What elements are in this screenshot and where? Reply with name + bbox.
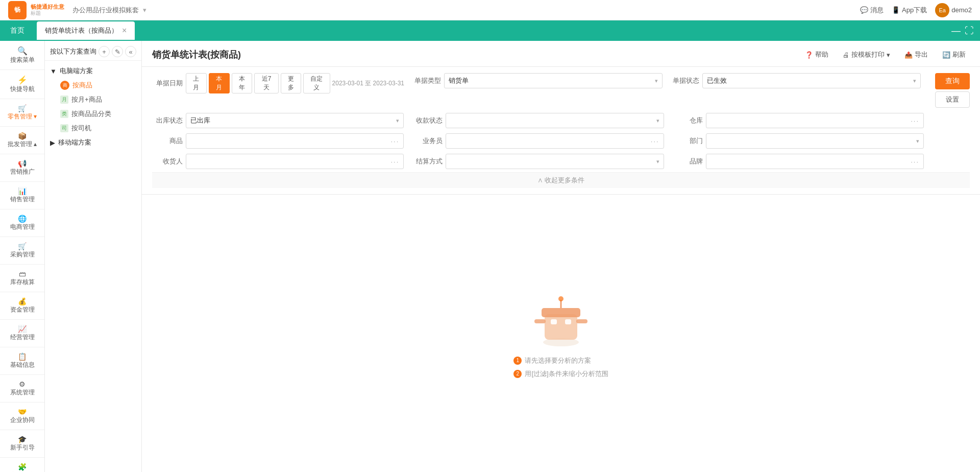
date-btn-this-month[interactable]: 本月 (209, 73, 230, 93)
action-buttons: 查询 设置 (935, 73, 970, 108)
app-icon: 📱 (892, 6, 900, 14)
tree-item-icon-month: 月 (60, 96, 68, 104)
message-btn[interactable]: 💬 消息 (860, 6, 884, 15)
sidebar-item-finance[interactable]: 💰 资金管理 (0, 292, 44, 320)
tree-group-pc-header[interactable]: ▼ 电脑端方案 (45, 64, 141, 78)
date-btn-more[interactable]: 更多 (281, 73, 302, 93)
svg-rect-3 (551, 319, 557, 324)
print-btn[interactable]: 🖨 按模板打印 ▾ (839, 48, 894, 61)
app-download-btn[interactable]: 📱 App下载 (892, 6, 927, 15)
setting-btn[interactable]: 设置 (935, 91, 970, 108)
sidebar: 🔍 搜索菜单 ⚡ 快捷导航 🛒 零售管理 ▾ 📦 批发管理 ▴ 📢 营销推广 📊… (0, 41, 45, 472)
tab-minimize-btn[interactable]: — (951, 26, 961, 36)
date-btn-last-month[interactable]: 上月 (186, 73, 207, 93)
app-logo: 畅 (8, 1, 27, 19)
tree-item-icon-driver: 司 (60, 124, 68, 132)
refresh-btn[interactable]: 🔄 刷新 (938, 48, 970, 61)
staff-input[interactable]: ··· (446, 133, 664, 149)
sidebar-item-basic[interactable]: 📋 基础信息 (0, 347, 44, 375)
sidebar-item-retail[interactable]: 🛒 零售管理 ▾ (0, 99, 44, 127)
filter-area: 单据日期 上月 本月 本年 近7天 更多 自定义 2023-03-01 至 20… (142, 67, 980, 195)
query-btn[interactable]: 查询 (935, 73, 970, 89)
out-status-label: 出库状态 (152, 116, 183, 125)
tab-active[interactable]: 销货单统计表（按商品） × (37, 21, 135, 40)
brand-input[interactable]: ··· (706, 154, 924, 169)
dropdown-icon[interactable]: ▾ (143, 6, 146, 14)
sidebar-item-marketing[interactable]: 📢 营销推广 (0, 154, 44, 182)
sidebar-item-search[interactable]: 🔍 搜索菜单 (0, 41, 44, 70)
sidebar-item-shortcuts[interactable]: ⚡ 快捷导航 (0, 70, 44, 99)
scheme-tree: ▼ 电脑端方案 商 按商品 月 按月+商品 类 按商品品分类 司 按司机 (45, 61, 141, 153)
tab-maximize-btn[interactable]: ⛶ (965, 26, 974, 36)
doc-type-arrow (655, 78, 658, 84)
sidebar-item-corp[interactable]: 🤝 企业协同 (0, 403, 44, 430)
settle-label: 结算方式 (412, 157, 443, 166)
warehouse-input[interactable]: ··· (706, 113, 924, 128)
tree-item-by-driver[interactable]: 司 按司机 (45, 121, 141, 135)
svg-rect-1 (545, 314, 577, 340)
main-layout: 🔍 搜索菜单 ⚡ 快捷导航 🛒 零售管理 ▾ 📦 批发管理 ▴ 📢 营销推广 📊… (0, 41, 980, 472)
collapse-more-btn[interactable]: ∧ 收起更多条件 (152, 172, 970, 188)
sidebar-item-ecom[interactable]: 🌐 电商管理 (0, 209, 44, 237)
sidebar-item-system[interactable]: ⚙ 系统管理 (0, 375, 44, 403)
settle-arrow (656, 158, 659, 165)
collect-status-select[interactable] (446, 113, 664, 128)
receiver-label: 收货人 (152, 157, 183, 166)
page-header: 销货单统计表(按商品) ❓ 帮助 🖨 按模板打印 ▾ 📤 导出 🔄 刷新 (142, 41, 980, 67)
scheme-add-btn[interactable]: + (99, 46, 110, 57)
empty-illustration (530, 289, 592, 350)
tree-item-by-category[interactable]: 类 按商品品分类 (45, 107, 141, 121)
help-btn[interactable]: ❓ 帮助 (801, 48, 832, 61)
warehouse-label: 仓库 (672, 116, 703, 125)
user-menu-btn[interactable]: Ea demo2 (935, 3, 972, 17)
tree-group-pc: ▼ 电脑端方案 商 按商品 月 按月+商品 类 按商品品分类 司 按司机 (45, 64, 141, 135)
refresh-icon: 🔄 (942, 51, 950, 59)
scheme-collapse-btn[interactable]: « (125, 46, 136, 57)
doc-type-select[interactable]: 销货单 (444, 73, 663, 88)
svg-rect-6 (576, 319, 587, 323)
sidebar-item-apps[interactable]: 🧩 应用中心 (0, 458, 44, 472)
sidebar-item-newbie[interactable]: 🎓 新手引导 (0, 430, 44, 458)
doc-type-label: 单据类型 (410, 76, 441, 85)
receiver-input[interactable]: ··· (186, 154, 404, 169)
dept-select[interactable] (706, 133, 924, 149)
workspace-title: 办公用品行业模拟账套 (72, 6, 139, 15)
empty-hint-2: 2 用[过滤]条件来缩小分析范围 (513, 369, 608, 379)
dept-label: 部门 (672, 136, 703, 146)
tab-close-btn[interactable]: × (122, 26, 127, 35)
sidebar-item-ops[interactable]: 📈 经营管理 (0, 320, 44, 347)
brand-label: 品牌 (672, 157, 703, 166)
date-range-text: 2023-03-01 至 2023-03-31 (332, 79, 404, 88)
date-btn-this-year[interactable]: 本年 (232, 73, 253, 93)
content-area: 销货单统计表(按商品) ❓ 帮助 🖨 按模板打印 ▾ 📤 导出 🔄 刷新 (142, 41, 980, 472)
date-btn-custom[interactable]: 自定义 (303, 73, 330, 93)
tree-item-by-month-goods[interactable]: 月 按月+商品 (45, 92, 141, 107)
goods-input[interactable]: ··· (186, 133, 404, 149)
export-btn[interactable]: 📤 导出 (900, 48, 932, 61)
sidebar-item-inventory[interactable]: 🗃 库存核算 (0, 265, 44, 292)
doc-status-select[interactable]: 已生效 (702, 73, 921, 88)
doc-status-arrow (913, 78, 916, 84)
scheme-panel-title: 按以下方案查询 (50, 47, 96, 56)
tree-group-label: 电脑端方案 (60, 66, 93, 76)
tree-expand-mobile-icon: ▶ (50, 139, 55, 147)
scheme-edit-btn[interactable]: ✎ (112, 46, 123, 57)
sidebar-item-sales[interactable]: 📊 销售管理 (0, 182, 44, 209)
app-name: 畅捷通好生意 (31, 4, 64, 10)
date-btn-7days[interactable]: 近7天 (254, 73, 278, 93)
tree-group-mobile-header[interactable]: ▶ 移动端方案 (45, 135, 141, 150)
sidebar-item-purchase[interactable]: 🛒 采购管理 (0, 237, 44, 265)
out-status-select[interactable]: 已出库 (186, 113, 404, 128)
empty-text: 1 请先选择要分析的方案 2 用[过滤]条件来缩小分析范围 (513, 356, 608, 379)
avatar: Ea (935, 3, 949, 17)
doc-status-label: 单据状态 (669, 76, 699, 85)
tree-item-by-goods[interactable]: 商 按商品 (45, 78, 141, 92)
goods-dots: ··· (390, 137, 399, 145)
settle-select[interactable] (446, 154, 664, 169)
tree-group-mobile: ▶ 移动端方案 (45, 135, 141, 150)
print-icon: 🖨 (843, 51, 849, 59)
sidebar-item-wholesale[interactable]: 📦 批发管理 ▴ (0, 127, 44, 154)
collect-status-arrow (656, 117, 659, 124)
app-subtitle: 标题 (31, 10, 64, 16)
tab-home[interactable]: 首页 (0, 20, 35, 41)
